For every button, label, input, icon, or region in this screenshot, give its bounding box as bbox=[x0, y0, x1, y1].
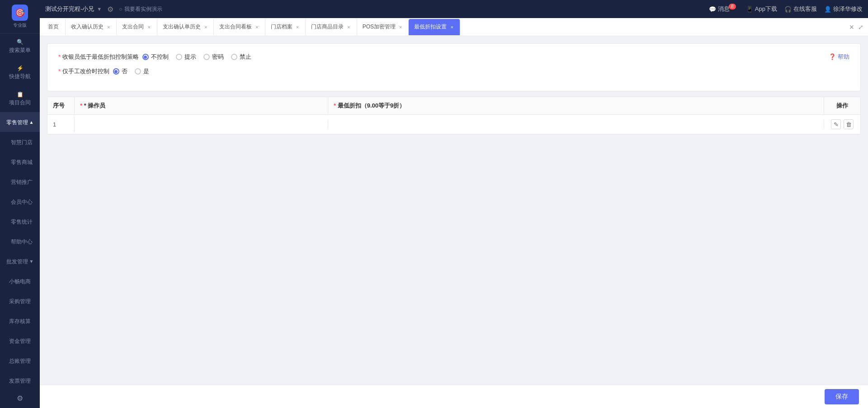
sidebar-logo: 🎯 专业版 bbox=[0, 0, 40, 33]
customer-service-label: 在线客服 bbox=[793, 5, 817, 13]
sidebar-nav: 🔍 搜索菜单 ⚡ 快捷导航 📋 项目合同 零售管理 ▲ 智慧门店 零售商城 营销… bbox=[0, 33, 40, 389]
tab-income-history-close[interactable]: × bbox=[106, 23, 111, 31]
row-delete-button[interactable]: 🗑 bbox=[844, 119, 854, 129]
sidebar-item-member-center[interactable]: 会员中心 bbox=[0, 192, 40, 211]
radio-password[interactable]: 密码 bbox=[203, 53, 224, 61]
sidebar-item-quick-nav[interactable]: ⚡ 快捷导航 bbox=[0, 60, 40, 86]
tab-expenditure-contract-close[interactable]: × bbox=[146, 23, 151, 31]
sidebar-item-retail-stats[interactable]: 零售统计 bbox=[0, 211, 40, 231]
topbar: 测试分开完程-小兄 ▼ ⚙ ○ 我要看实例演示 💬 消息 8 📱 App下载 🎧… bbox=[40, 0, 868, 18]
topbar-settings-button[interactable]: ⚙ bbox=[107, 5, 113, 14]
sidebar-item-purchase[interactable]: 采购管理 bbox=[0, 291, 40, 311]
tab-close-all-button[interactable]: ✕ bbox=[849, 23, 854, 31]
sidebar-item-help-center[interactable]: 帮助中心 bbox=[0, 231, 40, 251]
tab-store-file-close[interactable]: × bbox=[295, 23, 300, 31]
row-edit-button[interactable]: ✎ bbox=[831, 119, 841, 129]
col-header-operator: * * 操作员 bbox=[75, 97, 328, 114]
demo-text: 我要看实例演示 bbox=[124, 5, 162, 13]
sidebar-settings-button[interactable]: ⚙ bbox=[0, 389, 40, 408]
retail-arrow-icon: ▲ bbox=[29, 120, 34, 125]
form-row-policy: 收银员低于最低折扣控制策略 不控制 提示 密码 bbox=[58, 53, 849, 61]
tab-store-catalog[interactable]: 门店商品目录 × bbox=[306, 19, 357, 35]
bottom-bar: 保存 bbox=[40, 385, 868, 408]
content-area: 收银员低于最低折扣控制策略 不控制 提示 密码 bbox=[40, 36, 868, 385]
tab-home[interactable]: 首页 bbox=[42, 19, 66, 35]
tab-expand-button[interactable]: ⤢ bbox=[858, 23, 863, 31]
row-operator bbox=[75, 120, 328, 129]
radio-password-label: 密码 bbox=[212, 53, 224, 61]
app-download-button[interactable]: 📱 App下载 bbox=[746, 5, 777, 13]
tab-income-history[interactable]: 收入确认历史 × bbox=[66, 19, 117, 35]
tab-contract-kanban[interactable]: 支出合同看板 × bbox=[214, 19, 265, 35]
radio-prohibit[interactable]: 禁止 bbox=[231, 53, 251, 61]
sidebar-item-ecommerce[interactable]: 小畅电商 bbox=[0, 271, 40, 291]
sidebar-item-smart-store[interactable]: 智慧门店 bbox=[0, 132, 40, 152]
col-header-discount: * 最低折扣（9.00等于9折） bbox=[328, 97, 824, 114]
logo-text: 专业版 bbox=[13, 22, 27, 28]
radio-yes[interactable]: 是 bbox=[135, 67, 149, 75]
tab-pos-management[interactable]: POS加密管理 × bbox=[357, 19, 409, 35]
radio-no[interactable]: 否 bbox=[113, 67, 127, 75]
project-name: 测试分开完程-小兄 bbox=[45, 5, 94, 13]
message-icon: 💬 bbox=[709, 6, 716, 13]
project-dropdown-icon: ▼ bbox=[97, 6, 102, 12]
tab-pos-management-close[interactable]: × bbox=[398, 23, 403, 31]
form-row-manual-price: 仅手工改价时控制 否 是 bbox=[58, 67, 849, 75]
radio-no-label: 否 bbox=[122, 67, 127, 75]
policy-label: 收银员低于最低折扣控制策略 bbox=[58, 53, 139, 61]
help-icon[interactable]: ❓ 帮助 bbox=[829, 53, 849, 61]
tab-store-catalog-close[interactable]: × bbox=[346, 23, 351, 31]
tab-expenditure-history[interactable]: 支出确认单历史 × bbox=[157, 19, 214, 35]
radio-prohibit-circle bbox=[231, 54, 237, 60]
wholesale-arrow-icon: ▼ bbox=[29, 259, 34, 264]
discount-table: 序号 * * 操作员 * 最低折扣（9.00等于9折） 操作 1 ✎ 🗑 bbox=[47, 97, 861, 135]
demo-link[interactable]: ○ 我要看实例演示 bbox=[119, 5, 162, 13]
sidebar-item-inventory[interactable]: 库存核算 bbox=[0, 311, 40, 331]
message-button[interactable]: 💬 消息 8 bbox=[709, 5, 739, 13]
settings-icon: ⚙ bbox=[17, 394, 23, 403]
user-menu-button[interactable]: 👤 徐泽华修改 bbox=[824, 5, 863, 13]
tab-expenditure-history-close[interactable]: × bbox=[203, 23, 208, 31]
save-button[interactable]: 保存 bbox=[825, 389, 859, 404]
col-header-action: 操作 bbox=[824, 97, 860, 114]
tabbar-controls: ✕ ⤢ bbox=[844, 23, 868, 31]
radio-no-control-circle bbox=[142, 54, 149, 60]
app-download-icon: 📱 bbox=[746, 6, 753, 13]
tabbar: 首页 收入确认历史 × 支出合同 × 支出确认单历史 × 支出合同看板 × 门店… bbox=[40, 18, 868, 36]
project-selector[interactable]: 测试分开完程-小兄 ▼ bbox=[45, 5, 102, 13]
sidebar-item-finance[interactable]: 资金管理 bbox=[0, 331, 40, 351]
tab-min-discount[interactable]: 最低折扣设置 × bbox=[409, 19, 460, 35]
sidebar-item-ledger[interactable]: 总账管理 bbox=[0, 351, 40, 370]
tab-expenditure-contract[interactable]: 支出合同 × bbox=[117, 19, 157, 35]
tab-contract-kanban-close[interactable]: × bbox=[255, 23, 259, 31]
policy-radio-group: 不控制 提示 密码 禁止 bbox=[142, 53, 251, 61]
sidebar-item-search[interactable]: 🔍 搜索菜单 bbox=[0, 33, 40, 60]
radio-remind-label: 提示 bbox=[184, 53, 196, 61]
user-avatar-icon: 👤 bbox=[824, 6, 831, 13]
tab-store-file-label: 门店档案 bbox=[271, 23, 292, 31]
radio-yes-label: 是 bbox=[143, 67, 149, 75]
tab-store-file[interactable]: 门店档案 × bbox=[265, 19, 306, 35]
logo-icon: 🎯 bbox=[12, 5, 28, 21]
radio-no-control-label: 不控制 bbox=[151, 53, 169, 61]
table-row: 1 ✎ 🗑 bbox=[47, 115, 860, 134]
sidebar-item-project-contract[interactable]: 📋 项目合同 bbox=[0, 86, 40, 112]
radio-prohibit-label: 禁止 bbox=[240, 53, 251, 61]
tab-min-discount-close[interactable]: × bbox=[449, 23, 454, 31]
customer-service-button[interactable]: 🎧 在线客服 bbox=[784, 5, 817, 13]
customer-service-icon: 🎧 bbox=[784, 6, 792, 13]
table-header: 序号 * * 操作员 * 最低折扣（9.00等于9折） 操作 bbox=[47, 97, 860, 115]
project-contract-icon: 📋 bbox=[17, 91, 24, 98]
radio-no-control[interactable]: 不控制 bbox=[142, 53, 169, 61]
sidebar-item-marketing[interactable]: 营销推广 bbox=[0, 172, 40, 192]
sidebar-item-retail-management[interactable]: 零售管理 ▲ bbox=[0, 112, 40, 132]
sidebar-item-wholesale[interactable]: 批发管理 ▼ bbox=[0, 251, 40, 271]
discount-col-label-text: 最低折扣（9.00等于9折） bbox=[338, 102, 406, 109]
radio-remind[interactable]: 提示 bbox=[176, 53, 196, 61]
sidebar-item-invoice[interactable]: 发票管理 bbox=[0, 370, 40, 389]
sidebar-item-retail-mall[interactable]: 零售商城 bbox=[0, 152, 40, 172]
search-menu-icon: 🔍 bbox=[17, 39, 24, 45]
tab-min-discount-label: 最低折扣设置 bbox=[414, 23, 447, 31]
radio-no-circle bbox=[113, 68, 119, 75]
tab-contract-kanban-label: 支出合同看板 bbox=[219, 23, 252, 31]
